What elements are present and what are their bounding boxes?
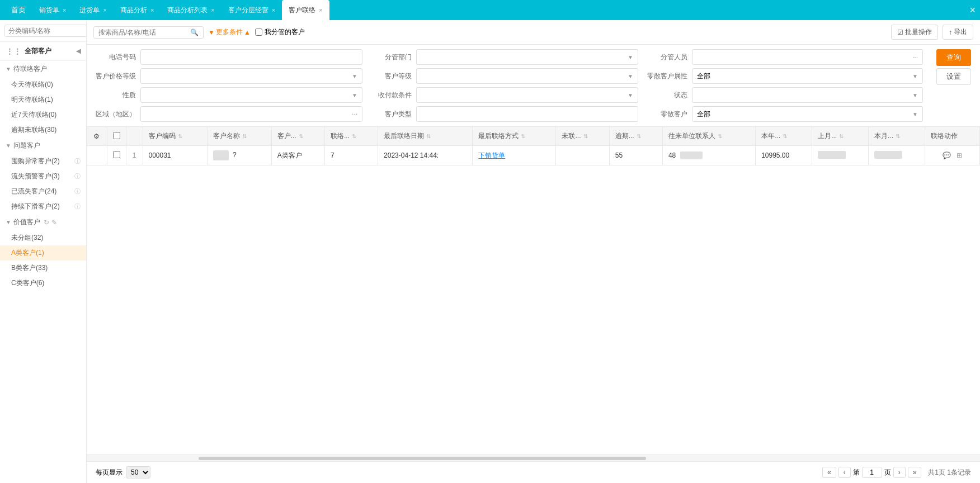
col-overdue[interactable]: 逾期... ⇅ bbox=[609, 127, 662, 146]
cust-level-label: 客户等级 bbox=[371, 72, 416, 81]
sidebar-item-overdue[interactable]: 逾期未联络(30) bbox=[0, 122, 86, 138]
sidebar-item-churn-warning[interactable]: 流失预警客户(3) ⓘ bbox=[0, 169, 86, 184]
nav-product-analysis[interactable]: 商品分析 × bbox=[114, 0, 161, 20]
nature-label: 性质 bbox=[96, 91, 140, 100]
my-customers-check[interactable] bbox=[255, 29, 262, 36]
per-page-select[interactable]: 50 bbox=[126, 466, 150, 479]
select-all-checkbox[interactable] bbox=[113, 132, 120, 139]
cell-last-type[interactable]: 下销货单 bbox=[473, 146, 556, 165]
nav-purchase[interactable]: 进货单 × bbox=[73, 0, 113, 20]
col-contact[interactable]: 联络... ⇅ bbox=[324, 127, 378, 146]
sidebar-item-declining[interactable]: 持续下滑客户(2) ⓘ bbox=[0, 199, 86, 214]
col-level[interactable]: 客户... ⇅ bbox=[271, 127, 324, 146]
category-search-input[interactable] bbox=[4, 25, 87, 37]
all-customers-item[interactable]: ⋮⋮ 全部客户 ◀ bbox=[0, 42, 86, 61]
grid-action-icon[interactable]: ⊞ bbox=[957, 151, 962, 159]
col-name[interactable]: 客户名称 ⇅ bbox=[207, 127, 271, 146]
col-settings[interactable]: ⚙ bbox=[87, 127, 107, 146]
filter-row-1: 电话号码 分管部门 ▼ 分管人员 bbox=[96, 49, 923, 65]
sidebar-item-class-c[interactable]: C类客户(6) bbox=[0, 276, 86, 291]
group-pending-contact[interactable]: ▼ 待联络客户 bbox=[0, 61, 86, 77]
col-code[interactable]: 客户编码 ⇅ bbox=[143, 127, 207, 146]
per-page-selector: 每页显示 50 bbox=[96, 466, 150, 479]
col-last-month[interactable]: 上月... ⇅ bbox=[812, 127, 869, 146]
last-page-button[interactable]: » bbox=[908, 467, 922, 478]
manager-input[interactable]: ··· bbox=[692, 49, 923, 65]
close-purchase-tab[interactable]: × bbox=[103, 7, 106, 13]
sidebar-item-abnormal[interactable]: 囤购异常客户(2) ⓘ bbox=[0, 154, 86, 169]
close-sales-tab[interactable]: × bbox=[63, 7, 66, 13]
status-select[interactable]: ▼ bbox=[692, 87, 923, 103]
prev-page-button[interactable]: ‹ bbox=[838, 467, 851, 478]
phone-input[interactable] bbox=[140, 49, 362, 65]
dept-select[interactable]: ▼ bbox=[416, 49, 638, 65]
filter-search-icon[interactable]: 🔍 bbox=[190, 29, 199, 36]
page-number-input[interactable] bbox=[862, 467, 882, 478]
price-level-label: 客户价格等级 bbox=[96, 72, 140, 81]
first-page-button[interactable]: « bbox=[822, 467, 836, 478]
close-product-analysis-list-tab[interactable]: × bbox=[211, 7, 214, 13]
payment-select[interactable]: ▼ bbox=[416, 87, 638, 103]
nav-sales[interactable]: 销货单 × bbox=[32, 0, 73, 20]
group-problem-customers[interactable]: ▼ 问题客户 bbox=[0, 138, 86, 154]
sidebar-item-today[interactable]: 今天待联络(0) bbox=[0, 77, 86, 92]
retail-attr-select[interactable]: 全部 ▼ bbox=[692, 68, 923, 84]
sidebar-item-class-b[interactable]: B类客户(33) bbox=[0, 261, 86, 276]
col-no-contact[interactable]: 未联... ⇅ bbox=[556, 127, 609, 146]
col-this-year[interactable]: 本年... ⇅ bbox=[756, 127, 812, 146]
my-customers-checkbox[interactable]: 我分管的客户 bbox=[255, 27, 305, 37]
filter-customer-level: 客户等级 ▼ bbox=[371, 68, 647, 84]
filter-row-3: 性质 ▼ 收付款条件 ▼ bbox=[96, 87, 923, 103]
edit-icon[interactable]: ✎ bbox=[51, 219, 57, 226]
next-page-button[interactable]: › bbox=[893, 467, 906, 478]
group-value-label: 价值客户 bbox=[13, 217, 40, 227]
nav-customer-tier[interactable]: 客户分层经营 × bbox=[222, 0, 282, 20]
group-problem-label: 问题客户 bbox=[13, 141, 40, 150]
batch-ops-button[interactable]: ☑ 批量操作 bbox=[891, 25, 938, 40]
table-header-row: ⚙ 客户编码 ⇅ 客户名称 bbox=[87, 127, 980, 146]
col-last-contact-type[interactable]: 最后联络方式 ⇅ bbox=[473, 127, 556, 146]
filter-search-input[interactable] bbox=[98, 29, 188, 36]
group-value-customers[interactable]: ▼ 价值客户 ↻ ✎ bbox=[0, 214, 86, 230]
price-level-select[interactable]: ▼ bbox=[140, 68, 362, 84]
close-customer-tier-tab[interactable]: × bbox=[272, 7, 275, 13]
settings-button[interactable]: 设置 bbox=[936, 68, 971, 85]
sidebar-item-churned[interactable]: 已流失客户(24) ⓘ bbox=[0, 184, 86, 199]
filter-region: 区域（地区） ··· bbox=[96, 106, 371, 122]
status-label: 状态 bbox=[647, 91, 692, 100]
last-type-link[interactable]: 下销货单 bbox=[478, 151, 505, 159]
query-button[interactable]: 查询 bbox=[936, 49, 971, 66]
col-this-month[interactable]: 本月... ⇅ bbox=[869, 127, 925, 146]
cust-type-input[interactable] bbox=[416, 106, 638, 122]
nature-select[interactable]: ▼ bbox=[140, 87, 362, 103]
nav-home[interactable]: 首页 bbox=[4, 0, 32, 20]
nav-customer-contact[interactable]: 客户联络 × bbox=[282, 0, 329, 20]
col-unit-contact[interactable]: 往来单位联系人 ⇅ bbox=[662, 127, 755, 146]
cell-checkbox bbox=[107, 146, 126, 165]
chat-action-icon[interactable]: 💬 bbox=[943, 151, 951, 159]
cell-name: ? bbox=[207, 146, 271, 165]
sidebar-item-class-a[interactable]: A类客户(1) bbox=[0, 245, 86, 261]
row-checkbox[interactable] bbox=[113, 151, 120, 158]
filter-bar: 🔍 ▼ 更多条件 ▲ 我分管的客户 ☑ 批量操作 ↑ 导出 bbox=[87, 20, 980, 45]
horizontal-scrollbar[interactable] bbox=[199, 457, 646, 460]
retail-cust-select[interactable]: 全部 ▼ bbox=[692, 106, 923, 122]
export-button[interactable]: ↑ 导出 bbox=[943, 25, 973, 40]
nav-product-analysis-list[interactable]: 商品分析列表 × bbox=[161, 0, 221, 20]
arrow-icon-3: ▼ bbox=[6, 219, 11, 225]
more-filters-btn[interactable]: ▼ 更多条件 ▲ bbox=[208, 27, 251, 37]
sidebar-collapse-icon[interactable]: ◀ bbox=[76, 48, 81, 55]
refresh-icon[interactable]: ↻ bbox=[44, 219, 49, 226]
close-customer-contact-tab[interactable]: × bbox=[319, 7, 322, 13]
sidebar-item-ungrouped[interactable]: 未分组(32) bbox=[0, 230, 86, 245]
sidebar-item-7days[interactable]: 近7天待联络(0) bbox=[0, 107, 86, 122]
region-dots: ··· bbox=[352, 110, 357, 118]
close-all-tabs[interactable]: × bbox=[969, 4, 976, 16]
col-last-contact-date[interactable]: 最后联络日期 ⇅ bbox=[378, 127, 473, 146]
manager-label: 分管人员 bbox=[647, 53, 692, 62]
region-input[interactable]: ··· bbox=[140, 106, 362, 122]
dots-icon: ⋮⋮ bbox=[6, 47, 21, 56]
sidebar-item-tomorrow[interactable]: 明天待联络(1) bbox=[0, 92, 86, 107]
close-product-analysis-tab[interactable]: × bbox=[150, 7, 154, 13]
cust-level-select[interactable]: ▼ bbox=[416, 68, 638, 84]
